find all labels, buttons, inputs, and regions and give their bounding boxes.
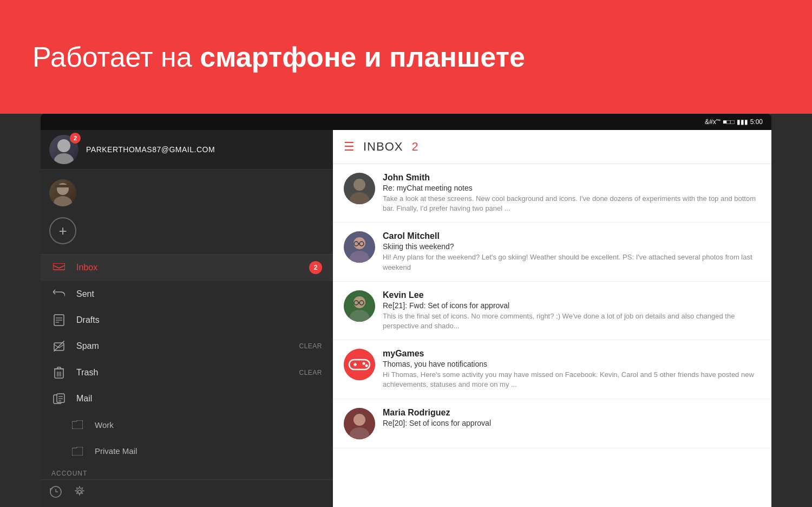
- svg-point-49: [365, 365, 368, 367]
- top-banner: Работает на смартфоне и планшете: [0, 0, 812, 114]
- email-item-mygames[interactable]: myGames Thomas, you have notifications H…: [333, 340, 771, 399]
- email-preview-games: Hi Thomas, Here's some activity you may …: [383, 370, 761, 389]
- email-avatar-games: [344, 349, 375, 380]
- trash-clear-btn[interactable]: CLEAR: [299, 369, 322, 376]
- email-item-kevin-lee[interactable]: Kevin Lee Re[21]: Fwd: Set of icons for …: [333, 282, 771, 340]
- trash-icon-svg: [54, 367, 64, 379]
- account-row-2[interactable]: [41, 174, 333, 212]
- sent-icon-svg: [53, 289, 65, 299]
- mail-icon: [51, 393, 67, 404]
- nav-mail-label: Mail: [76, 394, 322, 404]
- email-item-john-smith[interactable]: John Smith Re: myChat meeting notes Take…: [333, 164, 771, 223]
- inbox-icon: [51, 263, 67, 272]
- email-item-carol-mitchell[interactable]: Carol Mitchell Skiing this weekend? Hi! …: [333, 223, 771, 281]
- work-folder-icon: [70, 420, 85, 429]
- email-list: John Smith Re: myChat meeting notes Take…: [333, 164, 771, 507]
- svg-point-51: [353, 414, 365, 426]
- add-account-button[interactable]: +: [49, 217, 76, 244]
- inbox-unread-count: 2: [411, 140, 418, 154]
- avatar-kevin-svg: [344, 290, 375, 322]
- email-preview-kevin: This is the final set of icons. No more …: [383, 311, 761, 331]
- sidebar-bottom: [41, 479, 333, 507]
- device-frame: &#x"“ ■□□ ▮▮▮ 5:00 2 PARKER: [41, 114, 771, 507]
- banner-title: Работает на смартфоне и планшете: [32, 41, 525, 73]
- history-icon[interactable]: [49, 485, 62, 502]
- email-content-maria: Maria Rodriguez Re[20]: Set of icons for…: [383, 408, 761, 429]
- settings-icon[interactable]: [73, 485, 86, 502]
- email-subject-maria: Re[20]: Set of icons for approval: [383, 419, 761, 427]
- nav-drafts-label: Drafts: [76, 315, 322, 325]
- nav-inbox[interactable]: Inbox 2: [41, 255, 333, 281]
- email-sender-games: myGames: [383, 349, 761, 359]
- nav-inbox-label: Inbox: [76, 263, 309, 272]
- nav-private-label: Private Mail: [95, 446, 322, 456]
- email-sender-kevin: Kevin Lee: [383, 290, 761, 300]
- email-preview-john: Take a look at these screens. New cool b…: [383, 194, 761, 213]
- avatar-maria-svg: [344, 408, 375, 439]
- svg-point-30: [353, 179, 365, 191]
- battery-icon: ▮▮▮: [737, 118, 748, 126]
- nav-sent[interactable]: Sent: [41, 281, 333, 307]
- svg-point-0: [57, 139, 70, 152]
- nav-private-mail[interactable]: Private Mail: [41, 438, 333, 464]
- history-icon-svg: [49, 485, 62, 498]
- account-email: PARKERTHOMAS87@GMAIL.COM: [86, 145, 215, 154]
- hamburger-icon[interactable]: ☰: [344, 140, 355, 154]
- nav-trash[interactable]: Trash CLEAR: [41, 360, 333, 386]
- spam-icon-svg: [54, 341, 64, 352]
- email-content-games: myGames Thomas, you have notifications H…: [383, 349, 761, 389]
- nav-trash-label: Trash: [76, 368, 299, 378]
- nav-drafts[interactable]: Drafts: [41, 307, 333, 333]
- sidebar: 2 PARKERTHOMAS87@GMAIL.COM: [41, 130, 333, 507]
- nav-spam[interactable]: Spam CLEAR: [41, 333, 333, 359]
- email-sender-carol: Carol Mitchell: [383, 231, 761, 241]
- email-subject-carol: Skiing this weekend?: [383, 242, 761, 251]
- nav-work-label: Work: [95, 420, 322, 430]
- nav-spam-label: Spam: [76, 341, 299, 351]
- spam-icon: [51, 341, 67, 352]
- email-content-john: John Smith Re: myChat meeting notes Take…: [383, 173, 761, 213]
- mail-icon-svg: [53, 393, 65, 404]
- avatar-carol-svg: [344, 231, 375, 263]
- inbox-title: INBOX: [363, 140, 403, 154]
- time-display: 5:00: [750, 118, 763, 126]
- svg-point-1: [54, 153, 74, 164]
- main-panel: ☰ INBOX 2 John Smith: [333, 130, 771, 507]
- work-folder-svg: [72, 420, 83, 429]
- inbox-badge: 2: [70, 133, 81, 144]
- email-avatar-kevin: [344, 290, 375, 322]
- sent-icon: [51, 289, 67, 299]
- nav-work[interactable]: Work: [41, 412, 333, 438]
- email-content-kevin: Kevin Lee Re[21]: Fwd: Set of icons for …: [383, 290, 761, 331]
- main-avatar-container: 2: [49, 135, 78, 164]
- email-subject-games: Thomas, you have notifications: [383, 360, 761, 368]
- banner-title-light: Работает на: [32, 41, 200, 73]
- drafts-icon-svg: [54, 314, 64, 326]
- svg-point-44: [344, 349, 375, 380]
- nav-mail[interactable]: Mail: [41, 386, 333, 412]
- email-sender-maria: Maria Rodriguez: [383, 408, 761, 418]
- status-bar: &#x"“ ■□□ ▮▮▮ 5:00: [41, 114, 771, 130]
- email-subject-john: Re: myChat meeting notes: [383, 184, 761, 192]
- signal-bars: ■□□: [723, 118, 735, 126]
- email-avatar-carol: [344, 231, 375, 263]
- private-folder-icon: [70, 447, 85, 456]
- email-preview-carol: Hi! Any plans for the weekend? Let's go …: [383, 252, 761, 272]
- svg-rect-4: [55, 185, 71, 187]
- svg-line-11: [54, 341, 64, 352]
- email-subject-kevin: Re[21]: Fwd: Set of icons for approval: [383, 301, 761, 310]
- inbox-icon-svg: [53, 263, 65, 272]
- svg-point-48: [363, 362, 365, 365]
- avatar-games-svg: [344, 349, 375, 380]
- settings-icon-svg: [73, 485, 86, 498]
- email-item-maria-rodriguez[interactable]: Maria Rodriguez Re[20]: Set of icons for…: [333, 399, 771, 448]
- email-avatar-john: [344, 173, 375, 204]
- spam-clear-btn[interactable]: CLEAR: [299, 342, 322, 350]
- trash-icon: [51, 367, 67, 379]
- avatar-2-svg: [49, 179, 76, 206]
- account-avatar-2: [49, 179, 76, 206]
- private-folder-svg: [72, 447, 83, 456]
- sidebar-accounts: +: [41, 170, 333, 255]
- nav-sent-label: Sent: [76, 289, 322, 299]
- email-avatar-maria: [344, 408, 375, 439]
